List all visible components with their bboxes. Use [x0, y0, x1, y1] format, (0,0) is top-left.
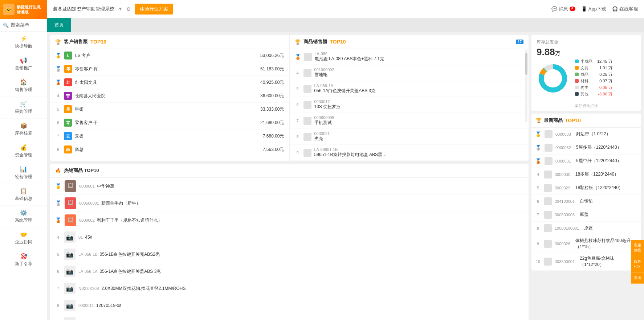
product-code: 0000017	[314, 99, 524, 104]
guide-icon: 🎯	[20, 253, 27, 260]
rank-cell: 8	[55, 303, 61, 308]
customer-avatar: 零	[64, 119, 72, 127]
gear-icon[interactable]: ⚙	[126, 6, 131, 12]
legend-item-material: 材料 0.07 万	[575, 78, 612, 84]
customer-list-item[interactable]: 7云云扬7,680.00元	[50, 130, 289, 143]
hot-product-item[interactable]: 4📷0145#	[50, 229, 529, 246]
product-sales-item[interactable]: 🥉LA-089电池盖 LA-089 ABS本色+黑种 7.1克	[290, 49, 529, 65]
latest-product-item[interactable]: 1000380000122g鱼豆腐·烧烤味（1*12*20）	[531, 253, 641, 271]
customer-amount: 53,006.26元	[260, 53, 284, 59]
hot-product-image: 📷	[64, 249, 76, 260]
product-sales-item[interactable]: 6000001710S 变扭罗扳	[290, 97, 529, 113]
hot-product-item[interactable]: 9📷KK-SD22110H花语萌恒温分隔睡袋（厚款）	[50, 314, 529, 320]
hot-product-code: NB2.0X30B	[78, 286, 99, 291]
hot-product-item[interactable]: 5📷LA-056-1B056-1B白色按键开关壳ABS2壳	[50, 246, 529, 263]
product-sales-item[interactable]: 9LA-59651-1B59651-1B旋转投影灯电池盒 ABS黑色+58克	[290, 145, 529, 161]
product-sales-item[interactable]: 7000800005手机测试	[290, 113, 529, 129]
latest-product-name: 白钢垫	[580, 198, 637, 204]
search-menu-item[interactable]: 🔍 搜索菜单	[0, 19, 47, 32]
float-service-community[interactable]: 服务社区	[631, 256, 644, 272]
sidebar-item-inventory[interactable]: 📦 库存核算	[0, 119, 47, 140]
trial-button[interactable]: 体验行业方案	[135, 4, 173, 15]
product-sales-top10-section: 🏆 商品销售额 TOP10 17 🥉LA-089电池盖 LA-089 ABS本色…	[290, 35, 529, 161]
hot-product-name: 2.0X30MM双摆花轴.摆花直径2.1MM/ROHS	[101, 286, 186, 291]
latest-product-code: 0000030	[555, 172, 570, 177]
product-name: 10S 变扭罗扳	[314, 104, 387, 110]
sidebar-item-purchase[interactable]: 🛒 采购管理	[0, 97, 47, 119]
sidebar-item-management[interactable]: 📊 经营管理	[0, 162, 47, 184]
product-sales-item[interactable]: 80000021夹壳	[290, 129, 529, 145]
customer-avatar: 红	[64, 78, 72, 86]
latest-products-header: 🏆 最新商品 TOP10	[531, 114, 641, 128]
customer-top10-section: 🏆 客户销售额 TOP10 🥇LLS 客户53,006.26元🥈零零售客户·许5…	[50, 35, 290, 161]
hot-product-image: 📷	[64, 317, 76, 320]
hot-product-item[interactable]: 🥇🖼0000001中华神薯	[50, 178, 529, 195]
float-customer-service[interactable]: 客服热线	[631, 240, 644, 256]
customer-avatar: 星	[64, 105, 72, 113]
message-icon: 💬	[551, 6, 557, 12]
product-avatar	[303, 85, 311, 93]
hot-product-item[interactable]: 🥈🖼000500001新西兰牛肉（新牛）	[50, 195, 529, 212]
chevron-down-icon[interactable]: ▼	[118, 6, 123, 12]
latest-product-item[interactable]: 90000028体械荔枝味苏打饮品400毫升（1*15）	[531, 235, 641, 253]
product-code: LA-056-1A	[314, 83, 524, 88]
latest-product-item[interactable]: 5000002918颗粒板（1220*2440）	[531, 181, 641, 195]
rank-cell: 🥉	[295, 54, 301, 60]
customer-name: 云扬	[75, 133, 260, 139]
online-service-item[interactable]: 🎧 在线客服	[612, 6, 638, 12]
customer-list-item[interactable]: 🥈零零售客户·许51,183.00元	[50, 62, 289, 76]
tab-bar: 首页	[47, 18, 644, 32]
sidebar-item-marketing[interactable]: 📢 营销推广	[0, 53, 47, 75]
latest-product-item[interactable]: 🥉00000315厘中纤（1220*2440）	[531, 155, 641, 168]
latest-product-name: 5厘多层（1220*2440）	[576, 144, 637, 151]
product-code: 001000002	[314, 67, 524, 72]
product-sales-item[interactable]: 4001000002雪地靴	[290, 65, 529, 81]
latest-product-item[interactable]: 🥈00000325厘多层（1220*2440）	[531, 141, 641, 155]
latest-product-item[interactable]: 🥇0000033封边带（1.0*22）	[531, 128, 641, 141]
latest-product-item[interactable]: 4000003018多层（1220*2440）	[531, 168, 641, 181]
customer-list-item[interactable]: 8尚尚总7,563.00元	[50, 143, 289, 156]
legend-list: 半成品 12.45 万 文具 1.01 万 成品 0.25 万	[575, 59, 612, 98]
app-download-item[interactable]: 📱 App下载	[581, 6, 606, 12]
customer-list-item[interactable]: 🥇LLS 客户53,006.26元	[50, 49, 289, 62]
sidebar-item-system[interactable]: ⚙️ 系统管理	[0, 206, 47, 227]
customer-name: 零售客户·于	[75, 120, 257, 126]
rank-cell: 10	[535, 259, 541, 264]
latest-product-code: 000800008	[555, 213, 575, 217]
tab-home[interactable]: 首页	[47, 18, 71, 32]
sidebar-item-guide[interactable]: 🎯 新手引导	[0, 249, 47, 271]
hot-product-code: 0000002	[79, 218, 95, 222]
latest-products-list: 🥇0000033封边带（1.0*22）🥈00000325厘多层（1220*244…	[531, 128, 641, 271]
hot-product-image: 🖼	[65, 214, 76, 226]
customer-list-item[interactable]: 🥉红红太阳文具40,925.00元	[50, 76, 289, 89]
customer-name: 零售客户·许	[75, 66, 257, 72]
main-content: 装备及固定资产辅助管理系统 ▼ ⚙ 体验行业方案 💬 消息 6 📱 App下载 …	[47, 0, 644, 320]
customer-amount: 40,925.00元	[260, 79, 284, 86]
sidebar-item-enterprise[interactable]: 🤝 企业协同	[0, 227, 47, 249]
sidebar-item-finance[interactable]: 💰 资金管理	[0, 140, 47, 162]
messages-item[interactable]: 💬 消息 6	[551, 6, 575, 12]
hot-product-item[interactable]: 8📷000001112070519-xs	[50, 297, 529, 314]
product-badge: 17	[516, 40, 523, 44]
hot-product-item[interactable]: 🥉🖼0000002智利车子里（规格不知道填什么）	[50, 212, 529, 229]
sidebar-item-sales[interactable]: 🏠 销售管理	[0, 75, 47, 97]
hot-product-item[interactable]: 7📷NB2.0X30B2.0X30MM双摆花轴.摆花直径2.1MM/ROHS	[50, 280, 529, 297]
sidebar-item-basic-info[interactable]: 📋 基础信息	[0, 184, 47, 206]
hot-product-item[interactable]: 6📷LA-056-1A056-1A白色按键开关盖ABS 3克	[50, 263, 529, 280]
customer-list: 🥇LLS 客户53,006.26元🥈零零售客户·许51,183.00元🥉红红太阳…	[50, 49, 289, 156]
latest-product-name: 原盖	[580, 212, 637, 218]
latest-product-item[interactable]: 810000100001原盔	[531, 222, 641, 235]
legend-dot-material	[575, 79, 579, 83]
hot-product-name: 中华神薯	[97, 184, 114, 189]
latest-product-item[interactable]: 7000800008原盖	[531, 208, 641, 222]
inventory-note: 库存资金占比	[531, 103, 641, 108]
customer-list-item[interactable]: 5星星扬33,333.00元	[50, 103, 289, 116]
sidebar-item-quick-nav[interactable]: ⚡ 快捷导航	[0, 32, 47, 53]
customer-list-item[interactable]: 6零零售客户·于21,680.00元	[50, 116, 289, 130]
product-sales-item[interactable]: 5LA-056-1A056-1A白色按键开关盖ABS 3克	[290, 81, 529, 97]
float-live[interactable]: 直播	[631, 272, 644, 284]
header: 装备及固定资产辅助管理系统 ▼ ⚙ 体验行业方案 💬 消息 6 📱 App下载 …	[47, 0, 644, 18]
hot-product-code: 0000001	[79, 184, 95, 188]
latest-product-item[interactable]: 6004100001白钢垫	[531, 195, 641, 208]
customer-list-item[interactable]: 4苦苍南县人民医院36,600.00元	[50, 89, 289, 103]
